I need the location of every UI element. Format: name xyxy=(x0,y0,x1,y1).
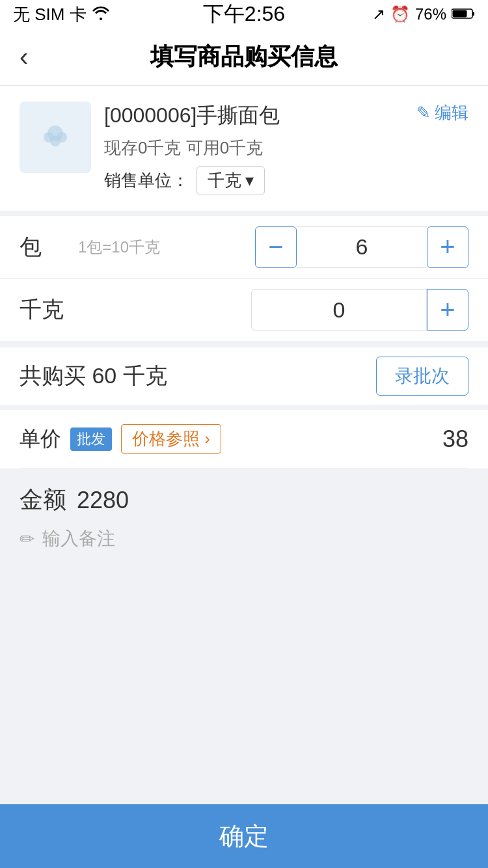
amount-value: 2280 xyxy=(77,487,129,514)
price-section: 单价 批发 价格参照 › 38 xyxy=(0,410,488,468)
product-unit-row: 销售单位： 千克 ▾ xyxy=(104,166,468,195)
confirm-button[interactable]: 确定 xyxy=(0,804,488,868)
back-button[interactable]: ‹ xyxy=(20,42,28,72)
product-name: [0000006]手撕面包 xyxy=(104,102,280,130)
pack-plus-button[interactable]: + xyxy=(427,226,468,268)
edit-button[interactable]: ✎ 编辑 xyxy=(416,102,468,124)
form-section: 包 1包=10千克 − + 千克 + xyxy=(0,216,488,341)
product-stock: 现存0千克 可用0千克 xyxy=(104,137,468,159)
content-spacer xyxy=(0,562,488,804)
product-info: [0000006]手撕面包 ✎ 编辑 现存0千克 可用0千克 销售单位： 千克 … xyxy=(104,102,468,195)
kg-input[interactable] xyxy=(251,289,427,331)
note-placeholder: 输入备注 xyxy=(42,526,115,551)
price-value: 38 xyxy=(442,426,468,453)
price-ref-button[interactable]: 价格参照 › xyxy=(121,424,221,454)
amount-row: 金额 2280 xyxy=(20,484,468,516)
svg-rect-1 xyxy=(472,12,474,16)
status-bar: 无 SIM 卡 下午2:56 ↗ ⏰ 76% xyxy=(0,0,488,29)
amount-label: 金额 xyxy=(20,484,66,516)
svg-rect-2 xyxy=(453,10,467,18)
battery-label: 76% xyxy=(415,5,446,23)
kg-controls: + xyxy=(251,289,468,331)
note-row[interactable]: ✏ 输入备注 xyxy=(20,526,468,551)
status-left: 无 SIM 卡 xyxy=(13,3,110,26)
pack-minus-button[interactable]: − xyxy=(255,226,297,268)
page-title: 填写商品购买信息 xyxy=(150,41,338,73)
product-card: [0000006]手撕面包 ✎ 编辑 现存0千克 可用0千克 销售单位： 千克 … xyxy=(0,86,488,216)
battery-icon xyxy=(452,5,475,23)
wifi-icon xyxy=(92,5,110,25)
edit-icon: ✎ xyxy=(416,103,431,123)
sim-status: 无 SIM 卡 xyxy=(13,3,87,26)
pack-input[interactable] xyxy=(297,226,427,268)
confirm-label: 确定 xyxy=(219,820,269,853)
amount-section: 金额 2280 ✏ 输入备注 xyxy=(0,468,488,562)
status-right: ↗ ⏰ 76% xyxy=(372,5,475,23)
kg-row: 千克 + xyxy=(0,278,488,341)
alarm-icon: ⏰ xyxy=(390,5,410,23)
status-time: 下午2:56 xyxy=(203,0,285,29)
price-row: 单价 批发 价格参照 › 38 xyxy=(20,410,468,468)
kg-plus-button[interactable]: + xyxy=(427,289,468,331)
location-icon: ↗ xyxy=(372,5,385,23)
pack-row: 包 1包=10千克 − + xyxy=(0,216,488,278)
kg-label: 千克 xyxy=(20,295,72,325)
price-label: 单价 xyxy=(20,425,61,454)
svg-point-6 xyxy=(50,136,61,146)
price-type-badge: 批发 xyxy=(70,427,112,451)
product-thumbnail xyxy=(20,102,91,173)
pencil-icon: ✏ xyxy=(20,528,34,550)
total-row: 共购买 60 千克 录批次 xyxy=(0,342,488,405)
pack-label: 包 xyxy=(20,232,72,262)
nav-bar: ‹ 填写商品购买信息 xyxy=(0,29,488,86)
pack-controls: − + xyxy=(255,226,468,268)
unit-label: 销售单位： xyxy=(104,169,189,192)
batch-button[interactable]: 录批次 xyxy=(376,357,468,396)
pack-sublabel: 1包=10千克 xyxy=(78,237,160,258)
unit-select[interactable]: 千克 ▾ xyxy=(197,166,265,195)
total-label: 共购买 60 千克 xyxy=(20,361,167,391)
chevron-down-icon: ▾ xyxy=(245,170,254,191)
